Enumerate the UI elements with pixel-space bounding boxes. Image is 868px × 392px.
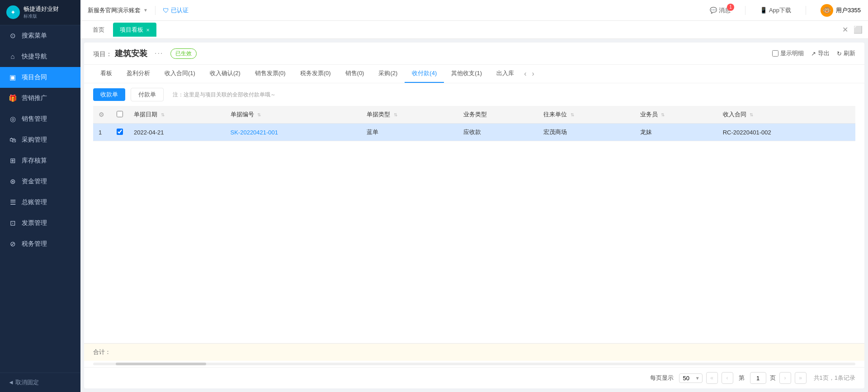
tab-home[interactable]: 首页 (86, 23, 111, 37)
show-detail-checkbox[interactable] (772, 50, 778, 57)
page-size-selector[interactable]: 50 100 200 ▼ (679, 373, 703, 383)
topbar-left: 新服务官网演示账套 ▼ 🛡 已认证 (88, 6, 710, 15)
sidebar-item-invoice[interactable]: ⊡ 发票管理 (0, 213, 80, 234)
ledger-icon: ☰ (8, 198, 17, 207)
sales-icon: ◎ (8, 115, 17, 124)
app-download-btn[interactable]: 📱 App下载 (760, 6, 791, 14)
prev-page-btn[interactable]: ‹ (722, 372, 733, 384)
project-more-btn[interactable]: ··· (155, 49, 163, 57)
phone-icon: 📱 (760, 7, 767, 14)
second-tab-payment-bill[interactable]: 付款单 (131, 88, 164, 101)
project-title: 项目：建筑安装 (93, 48, 147, 59)
project-icon: ▣ (8, 73, 17, 82)
sidebar-item-search[interactable]: ⊙ 搜索菜单 (0, 25, 80, 46)
second-tabs: 收款单 付款单 注：这里是与项目关联的全部收付款单哦～ (84, 83, 864, 106)
export-action[interactable]: ↗ 导出 (811, 49, 830, 57)
horizontal-scrollbar[interactable] (84, 361, 864, 367)
settings-icon[interactable]: ⚙ (99, 111, 104, 118)
first-page-btn[interactable]: « (706, 372, 718, 384)
shield-icon: 🛡 (163, 7, 169, 14)
col-type[interactable]: 单据类型 ⇅ (361, 106, 458, 124)
sort-date-icon: ⇅ (161, 112, 165, 117)
cell-number[interactable]: SK-20220421-001 (225, 124, 362, 141)
gift-icon: 🎁 (8, 94, 17, 103)
refresh-action[interactable]: ↻ 刷新 (837, 49, 855, 57)
scrollbar-thumb[interactable] (116, 363, 206, 365)
subtab-purchase[interactable]: 采购(2) (371, 65, 405, 83)
subtab-in-out[interactable]: 出入库 (489, 65, 521, 83)
tab-project-board[interactable]: 项目看板 ✕ (113, 23, 156, 37)
table-row[interactable]: 1 2022-04-21 SK-20220421-001 蓝单 应收款 宏茂商场… (93, 124, 855, 141)
page-input[interactable] (750, 372, 766, 384)
col-settings[interactable]: ⚙ (93, 106, 111, 124)
row-checkbox[interactable] (117, 129, 123, 135)
subtab-receipt[interactable]: 收付款(4) (405, 65, 444, 83)
sidebar-item-sales[interactable]: ◎ 销售管理 (0, 109, 80, 129)
sidebar: ✦ 畅捷通好业财 标准版 ⊙ 搜索菜单 ⌂ 快捷导航 ▣ 项目合同 🎁 营销推广… (0, 0, 80, 392)
number-link[interactable]: SK-20220421-001 (231, 129, 278, 136)
logo-icon: ✦ (6, 5, 20, 19)
export-icon: ↗ (811, 50, 816, 57)
project-status-badge: 已生效 (170, 48, 197, 59)
select-all-checkbox[interactable] (117, 111, 123, 117)
tab-close-btn[interactable]: ✕ (146, 28, 150, 33)
table-wrapper: ⚙ 单据日期 ⇅ 单据编号 ⇅ (84, 106, 864, 343)
col-number[interactable]: 单据编号 ⇅ (225, 106, 362, 124)
last-page-btn[interactable]: » (795, 372, 807, 384)
sidebar-item-project[interactable]: ▣ 项目合同 (0, 67, 80, 88)
cell-partner: 宏茂商场 (538, 124, 635, 141)
logo-text: 畅捷通好业财 标准版 (24, 5, 59, 19)
subtab-sales-invoice[interactable]: 销售发票(0) (248, 65, 293, 83)
cell-date: 2022-04-21 (128, 124, 225, 141)
refresh-icon: ↻ (837, 50, 842, 57)
cell-index: 1 (93, 124, 111, 141)
sidebar-item-purchase[interactable]: 🛍 采购管理 (0, 129, 80, 150)
subtab-income-contract[interactable]: 收入合同(1) (157, 65, 203, 83)
cell-type: 蓝单 (361, 124, 458, 141)
sidebar-item-inventory[interactable]: ⊞ 库存核算 (0, 150, 80, 171)
account-selector[interactable]: 新服务官网演示账套 ▼ (88, 6, 148, 14)
col-business-type: 业务类型 (458, 106, 538, 124)
col-salesperson[interactable]: 业务员 ⇅ (635, 106, 717, 124)
show-detail-action[interactable]: 显示明细 (772, 49, 804, 57)
user-avatar: 🐵 (821, 4, 833, 17)
page-size-select[interactable]: 50 100 200 (679, 373, 703, 383)
project-header-actions: 显示明细 ↗ 导出 ↻ 刷新 (772, 49, 855, 57)
message-btn[interactable]: 💬 消息 1 (710, 6, 731, 14)
sidebar-item-quicknav[interactable]: ⌂ 快捷导航 (0, 46, 80, 67)
subtab-tax-invoice[interactable]: 税务发票(0) (293, 65, 338, 83)
maximize-btn[interactable]: ⬜ (854, 25, 863, 34)
search-icon: ⊙ (8, 31, 17, 40)
scrollbar-track (93, 363, 855, 365)
account-dropdown-icon: ▼ (143, 8, 148, 13)
col-partner[interactable]: 往来单位 ⇅ (538, 106, 635, 124)
next-page-btn[interactable]: › (779, 372, 791, 384)
sidebar-item-capital[interactable]: ⊛ 资金管理 (0, 171, 80, 192)
col-checkbox (111, 106, 128, 124)
subtab-sales[interactable]: 销售(0) (338, 65, 372, 83)
sidebar-item-ledger[interactable]: ☰ 总账管理 (0, 192, 80, 213)
subtabs-next-btn[interactable]: › (529, 70, 537, 78)
close-window-btn[interactable]: ✕ (842, 25, 848, 34)
sidebar-item-tax[interactable]: ⊘ 税务管理 (0, 234, 80, 254)
cell-checkbox (111, 124, 128, 141)
second-tab-receipt-bill[interactable]: 收款单 (93, 88, 125, 101)
sidebar-unpin[interactable]: ◄ 取消固定 (0, 373, 80, 392)
capital-icon: ⊛ (8, 177, 17, 186)
pagination: 每页显示 50 100 200 ▼ « ‹ 第 页 › » 共1页，1条记录 (84, 367, 864, 388)
sidebar-item-marketing[interactable]: 🎁 营销推广 (0, 88, 80, 109)
col-income-contract[interactable]: 收入合同 ⇅ (717, 106, 855, 124)
user-menu[interactable]: 🐵 用户3355 (821, 4, 861, 17)
tax-icon: ⊘ (8, 239, 17, 249)
subtab-other-expense[interactable]: 其他收支(1) (444, 65, 489, 83)
subtabs-prev-btn[interactable]: ‹ (521, 70, 529, 78)
subtab-profit[interactable]: 盈利分析 (119, 65, 157, 83)
subtab-board[interactable]: 看板 (93, 65, 119, 83)
cell-salesperson: 龙妹 (635, 124, 717, 141)
table-footer: 合计： (84, 343, 864, 361)
topbar-divider3 (806, 6, 806, 15)
col-date[interactable]: 单据日期 ⇅ (128, 106, 225, 124)
subtab-income-confirm[interactable]: 收入确认(2) (203, 65, 248, 83)
content-area: 项目：建筑安装 ··· 已生效 显示明细 ↗ 导出 ↻ 刷新 (84, 43, 864, 388)
second-tabs-note: 注：这里是与项目关联的全部收付款单哦～ (173, 91, 276, 99)
